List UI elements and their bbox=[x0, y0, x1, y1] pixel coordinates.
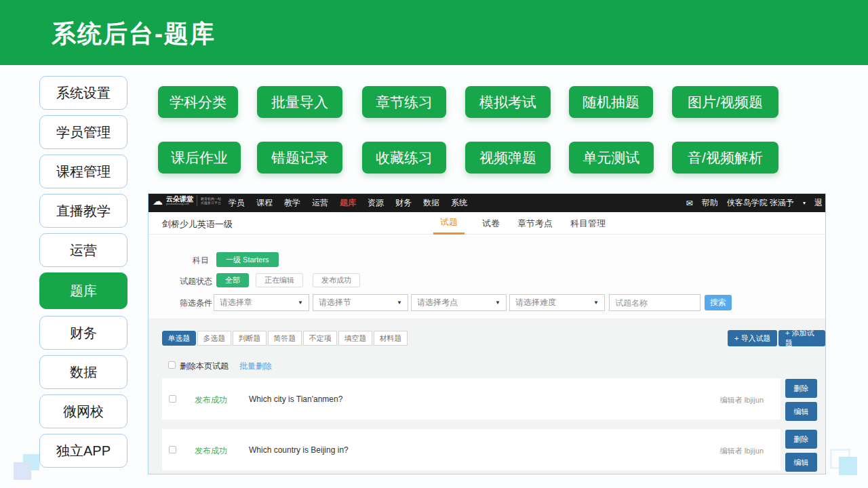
select-difficulty[interactable]: 请选择难度 ▼ bbox=[509, 294, 605, 311]
filter-panel: 科目 一级 Starters 试题状态 全部 正在编辑 发布成功 筛选条件 请选… bbox=[149, 235, 825, 319]
feature-favorite-practice[interactable]: 收藏练习 bbox=[362, 142, 446, 174]
feature-random-draw[interactable]: 随机抽题 bbox=[569, 86, 653, 118]
decorative-square bbox=[839, 457, 857, 475]
qtype-indefinite[interactable]: 不定项 bbox=[303, 331, 337, 346]
nav-item-teaching[interactable]: 教学 bbox=[284, 197, 300, 209]
subject-label: 科目 bbox=[193, 255, 209, 266]
sidebar-item-course-management[interactable]: 课程管理 bbox=[39, 155, 127, 188]
sidebar-item-data[interactable]: 数据 bbox=[39, 355, 127, 389]
sidebar-item-finance[interactable]: 财务 bbox=[39, 316, 127, 350]
cloud-logo-icon: ☁ bbox=[153, 196, 163, 206]
question-text: Which country is Beijing in? bbox=[249, 445, 349, 455]
brand-logo: ☁ 云朵课堂 yunduoketang.com 教育机构一站 式服务云平台 bbox=[153, 195, 221, 206]
page-title: 系统后台-题库 bbox=[52, 18, 216, 51]
nav-item-question-bank[interactable]: 题库 bbox=[340, 197, 356, 209]
sidebar-item-system-settings[interactable]: 系统设置 bbox=[39, 76, 127, 110]
qtype-single-choice[interactable]: 单选题 bbox=[162, 331, 196, 346]
feature-batch-import[interactable]: 批量导入 bbox=[257, 86, 342, 118]
delete-page-label: 删除本页试题 bbox=[180, 361, 229, 372]
sidebar-item-micro-school[interactable]: 微网校 bbox=[39, 394, 127, 428]
nav-item-resource[interactable]: 资源 bbox=[368, 197, 384, 209]
caret-down-icon: ▾ bbox=[803, 200, 806, 206]
nav-item-student[interactable]: 学员 bbox=[229, 197, 245, 209]
select-page-checkbox[interactable] bbox=[168, 361, 176, 369]
sidebar-item-operations[interactable]: 运营 bbox=[39, 233, 127, 267]
search-button[interactable]: 搜索 bbox=[705, 295, 732, 310]
brand-slogan-line2: 式服务云平台 bbox=[201, 201, 221, 205]
qtype-short-answer[interactable]: 简答题 bbox=[268, 331, 302, 346]
admin-app-screenshot: ☁ 云朵课堂 yunduoketang.com 教育机构一站 式服务云平台 学员… bbox=[148, 193, 826, 474]
logout-link[interactable]: 退 bbox=[814, 197, 823, 209]
feature-homework[interactable]: 课后作业 bbox=[158, 142, 241, 174]
sidebar-item-student-management[interactable]: 学员管理 bbox=[39, 115, 127, 149]
feature-wrong-question-record[interactable]: 错题记录 bbox=[257, 142, 342, 174]
select-difficulty-value: 请选择难度 bbox=[515, 297, 556, 308]
status-option-all[interactable]: 全部 bbox=[216, 273, 249, 287]
qtype-true-false[interactable]: 判断题 bbox=[233, 331, 267, 346]
feature-mock-exam[interactable]: 模拟考试 bbox=[465, 86, 551, 118]
sidebar-item-standalone-app[interactable]: 独立APP bbox=[39, 434, 127, 468]
select-section-value: 请选择节 bbox=[319, 297, 351, 308]
subject-tag[interactable]: 一级 Starters bbox=[216, 252, 279, 267]
status-badge: 发布成功 bbox=[195, 394, 227, 406]
select-knowledge-point[interactable]: 请选择考点 ▼ bbox=[411, 294, 507, 311]
import-questions-button[interactable]: + 导入试题 bbox=[728, 330, 777, 346]
nav-item-system[interactable]: 系统 bbox=[451, 197, 467, 209]
subnav-tabs: 试题 试卷 章节考点 科目管理 bbox=[433, 212, 606, 235]
logo-divider bbox=[197, 195, 197, 206]
row-checkbox[interactable] bbox=[169, 446, 176, 453]
select-section[interactable]: 请选择节 ▼ bbox=[313, 294, 408, 311]
qtype-material[interactable]: 材料题 bbox=[374, 331, 408, 346]
select-chapter-value: 请选择章 bbox=[220, 297, 252, 308]
editor-label: 编辑者 lbjijun bbox=[720, 395, 764, 405]
feature-chapter-practice[interactable]: 章节练习 bbox=[362, 86, 446, 118]
question-name-input[interactable] bbox=[609, 294, 701, 311]
edit-question-button[interactable]: 编辑 bbox=[785, 453, 817, 472]
tab-papers[interactable]: 试卷 bbox=[482, 212, 500, 235]
qtype-multiple-choice[interactable]: 多选题 bbox=[197, 331, 231, 346]
nav-item-course[interactable]: 课程 bbox=[256, 197, 273, 209]
decorative-square bbox=[14, 462, 31, 480]
question-row: 发布成功 Which city is Tian'anmen? 编辑者 lbjij… bbox=[162, 378, 781, 420]
sidebar-item-question-bank[interactable]: 题库 bbox=[39, 272, 127, 309]
feature-unit-test[interactable]: 单元测试 bbox=[569, 142, 654, 174]
bulk-delete-link[interactable]: 批量删除 bbox=[239, 361, 272, 372]
course-title: 剑桥少儿英语一级 bbox=[162, 218, 233, 230]
question-row: 发布成功 Which country is Beijing in? 编辑者 lb… bbox=[162, 429, 781, 470]
question-text: Which city is Tian'anmen? bbox=[249, 394, 342, 404]
app-subnav: 剑桥少儿英语一级 试题 试卷 章节考点 科目管理 bbox=[149, 212, 825, 235]
feature-image-video-question[interactable]: 图片/视频题 bbox=[672, 86, 778, 118]
app-nav-right: ✉ 帮助 侠客岛学院 张涵予 ▾ 退 bbox=[686, 194, 823, 212]
delete-question-button[interactable]: 删除 bbox=[785, 379, 817, 398]
status-option-published[interactable]: 发布成功 bbox=[313, 273, 360, 287]
tab-questions[interactable]: 试题 bbox=[433, 212, 465, 235]
mail-icon[interactable]: ✉ bbox=[686, 199, 693, 208]
nav-item-operation[interactable]: 运营 bbox=[312, 197, 328, 209]
qtype-fill-blank[interactable]: 填空题 bbox=[338, 331, 372, 346]
page-banner: 系统后台-题库 bbox=[0, 0, 868, 65]
chevron-down-icon: ▼ bbox=[593, 300, 599, 306]
status-badge: 发布成功 bbox=[195, 445, 227, 457]
account-menu[interactable]: 侠客岛学院 张涵予 bbox=[727, 197, 794, 209]
select-knowledge-point-value: 请选择考点 bbox=[417, 297, 458, 308]
help-link[interactable]: 帮助 bbox=[702, 197, 718, 209]
tab-chapter-points[interactable]: 章节考点 bbox=[517, 212, 553, 235]
chevron-down-icon: ▼ bbox=[495, 300, 500, 306]
status-option-editing[interactable]: 正在编辑 bbox=[256, 273, 303, 287]
nav-item-finance[interactable]: 财务 bbox=[395, 197, 412, 209]
feature-video-popup-question[interactable]: 视频弹题 bbox=[465, 142, 551, 174]
tab-subject-management[interactable]: 科目管理 bbox=[570, 212, 606, 235]
add-question-button[interactable]: + 添加试题 bbox=[778, 330, 825, 346]
chevron-down-icon: ▼ bbox=[298, 300, 303, 306]
select-chapter[interactable]: 请选择章 ▼ bbox=[214, 294, 309, 311]
row-checkbox[interactable] bbox=[169, 395, 176, 403]
sidebar-item-live-teaching[interactable]: 直播教学 bbox=[39, 194, 127, 228]
editor-label: 编辑者 lbjijun bbox=[720, 446, 764, 456]
feature-audio-video-analysis[interactable]: 音/视频解析 bbox=[672, 142, 778, 174]
delete-question-button[interactable]: 删除 bbox=[785, 430, 817, 449]
nav-item-data[interactable]: 数据 bbox=[423, 197, 439, 209]
brand-domain: yunduoketang.com bbox=[166, 203, 193, 205]
app-top-nav: ☁ 云朵课堂 yunduoketang.com 教育机构一站 式服务云平台 学员… bbox=[149, 194, 825, 212]
feature-subject-category[interactable]: 学科分类 bbox=[158, 86, 238, 118]
edit-question-button[interactable]: 编辑 bbox=[785, 402, 817, 421]
